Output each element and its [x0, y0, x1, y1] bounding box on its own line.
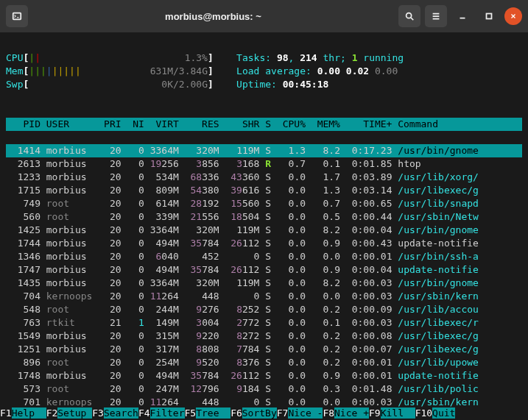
svg-rect-2 [487, 14, 492, 19]
meters-block: CPU[|| 1.3%] Tasks: 98, 214 thr; 1 runni… [6, 51, 522, 104]
process-row[interactable]: 896 root 20 0 254M 9520 8376 S 0.0 0.2 0… [6, 356, 522, 369]
process-row[interactable]: 1549 morbius 20 0 315M 9220 8272 S 0.0 0… [6, 330, 522, 343]
titlebar: morbius@morbius: ~ [0, 0, 528, 32]
process-row[interactable]: 560 root 20 0 339M 21556 18504 S 0.0 0.5… [6, 210, 522, 224]
process-row[interactable]: 1744 morbius 20 0 494M 35784 26112 S 0.0… [6, 237, 522, 250]
process-row[interactable]: 1715 morbius 20 0 809M 54380 39616 S 0.0… [6, 184, 522, 197]
process-row[interactable]: 2613 morbius 20 0 19256 3856 3168 R 0.7 … [6, 157, 522, 171]
close-button[interactable] [504, 7, 522, 25]
minimize-button[interactable] [451, 5, 474, 27]
terminal[interactable]: CPU[|| 1.3%] Tasks: 98, 214 thr; 1 runni… [0, 32, 528, 420]
maximize-icon [484, 11, 494, 21]
process-row[interactable]: 1251 morbius 20 0 317M 8808 7784 S 0.0 0… [6, 343, 522, 356]
process-row[interactable]: 1747 morbius 20 0 494M 35784 26112 S 0.0… [6, 263, 522, 277]
search-icon [404, 11, 415, 21]
window-title: morbius@morbius: ~ [32, 11, 394, 22]
function-key-bar[interactable]: F1Help F2Setup F3SearchF4FilterF5Tree F6… [0, 407, 528, 420]
process-row[interactable]: 1425 morbius 20 0 3364M 320M 119M S 0.0 … [6, 224, 522, 237]
process-list[interactable]: 1414 morbius 20 0 3364M 320M 119M S 1.3 … [6, 144, 522, 420]
process-row[interactable]: 548 root 20 0 244M 9276 8252 S 0.0 0.2 0… [6, 303, 522, 316]
process-row[interactable]: 749 root 20 0 614M 28192 15560 S 0.0 0.7… [6, 197, 522, 210]
process-row[interactable]: 704 kernoops 20 0 11264 448 0 S 0.0 0.0 … [6, 290, 522, 303]
maximize-button[interactable] [478, 5, 500, 27]
svg-point-1 [406, 13, 412, 18]
minimize-icon [457, 11, 468, 21]
menu-button[interactable] [425, 5, 447, 27]
process-row[interactable]: 1748 morbius 20 0 494M 35784 26112 S 0.0… [6, 369, 522, 382]
close-icon [510, 13, 517, 20]
process-row[interactable]: 1233 morbius 20 0 534M 68336 43360 S 0.0… [6, 171, 522, 184]
process-header[interactable]: PID USER PRI NI VIRT RES SHR S CPU% MEM%… [6, 118, 522, 131]
process-row[interactable]: 573 root 20 0 247M 12796 9184 S 0.0 0.3 … [6, 382, 522, 396]
process-row[interactable]: 1346 morbius 20 0 6040 452 0 S 0.0 0.0 0… [6, 250, 522, 263]
search-button[interactable] [398, 5, 420, 27]
svg-rect-0 [13, 13, 21, 20]
terminal-tab-icon [12, 11, 22, 21]
process-row[interactable]: 763 rtkit 21 1 149M 3004 2772 S 0.0 0.1 … [6, 316, 522, 330]
process-row[interactable]: 1414 morbius 20 0 3364M 320M 119M S 1.3 … [6, 144, 522, 157]
hamburger-icon [431, 11, 441, 21]
process-row[interactable]: 1435 morbius 20 0 3364M 320M 119M S 0.0 … [6, 277, 522, 290]
new-tab-button[interactable] [6, 5, 28, 27]
